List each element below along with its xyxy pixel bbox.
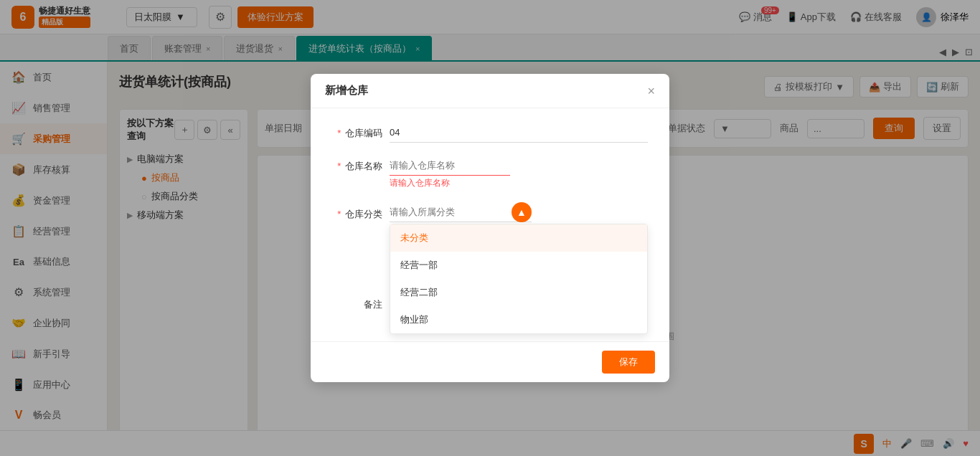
dropdown-item-dept1[interactable]: 经营一部 [390, 252, 647, 279]
required-star3: * [337, 209, 341, 219]
form-row-category: * 仓库分类 ▲ 未分类 经营一部 经营二部 物业部 [332, 202, 648, 222]
modal-footer: 保存 [311, 341, 669, 382]
dropdown-item-uncategorized[interactable]: 未分类 [390, 224, 647, 252]
category-toggle-icon[interactable]: ▲ [512, 202, 532, 222]
modal-overlay: 新增仓库 × * 仓库编码 * 仓库名称 [0, 0, 980, 456]
form-row-code: * 仓库编码 [332, 123, 648, 143]
category-label: * 仓库分类 [332, 204, 390, 221]
remark-label-text: 备注 [364, 299, 382, 310]
modal-title: 新增仓库 [325, 84, 368, 98]
modal-close-button[interactable]: × [647, 85, 655, 98]
code-input[interactable] [390, 123, 648, 143]
modal-body: * 仓库编码 * 仓库名称 请输入仓库名称 [311, 108, 669, 341]
form-row-name: * 仓库名称 请输入仓库名称 [332, 156, 648, 189]
category-dropdown: 未分类 经营一部 经营二部 物业部 [390, 224, 648, 334]
code-label: * 仓库编码 [332, 123, 390, 140]
name-error-message: 请输入仓库名称 [390, 177, 510, 189]
name-input[interactable] [390, 156, 510, 176]
remark-label: 备注 [332, 294, 390, 311]
name-label-text: 仓库名称 [345, 161, 382, 171]
category-input-wrap: ▲ [390, 202, 532, 222]
category-input[interactable] [390, 202, 532, 222]
save-button[interactable]: 保存 [602, 351, 655, 374]
dropdown-item-dept3[interactable]: 物业部 [390, 306, 647, 333]
dropdown-item-dept2[interactable]: 经营二部 [390, 279, 647, 306]
name-label: * 仓库名称 [332, 156, 390, 173]
category-label-text: 仓库分类 [345, 209, 382, 219]
modal-header: 新增仓库 × [311, 74, 669, 108]
required-star2: * [337, 161, 341, 171]
required-star: * [337, 128, 341, 138]
code-label-text: 仓库编码 [345, 128, 382, 138]
modal-dialog: 新增仓库 × * 仓库编码 * 仓库名称 [311, 74, 669, 382]
